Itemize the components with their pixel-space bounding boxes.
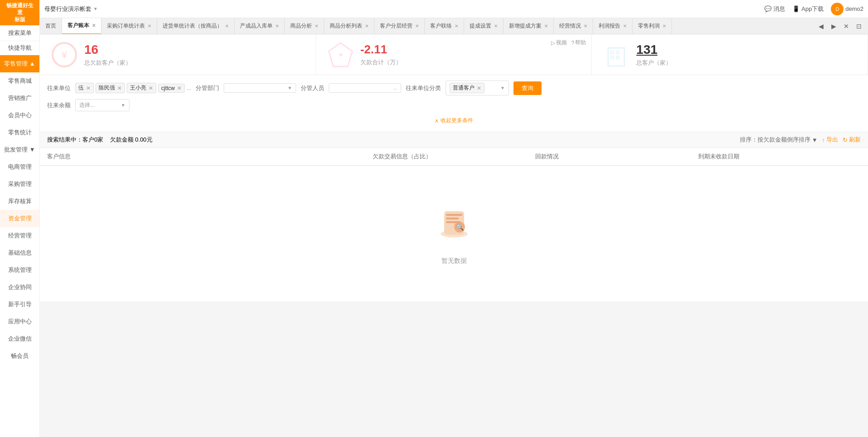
sidebar-item-retail-stats[interactable]: 零售统计 (0, 124, 39, 141)
svg-rect-12 (446, 218, 459, 219)
sidebar-item-retail[interactable]: 零售管理 ▲ (0, 55, 39, 72)
nav-tabs-expand-btn[interactable]: ⊡ (854, 21, 864, 32)
app-label: App下载 (801, 5, 824, 13)
tab-commission-new[interactable]: 新增提成方案 ✕ (504, 18, 554, 34)
filter-unit-class-select[interactable]: 普通客户 ✕ ▼ (446, 81, 509, 95)
stat-text-debtors: 16 总欠款客户（家） (84, 42, 131, 67)
app-logo: 畅捷通好生意 标版 (0, 0, 39, 25)
filter-tag-cjttcw-close[interactable]: ✕ (177, 85, 182, 91)
sidebar-item-operation[interactable]: 经营管理 (0, 227, 39, 244)
tab-purchase-stats[interactable]: 进货单统计表（按商品） ✕ (157, 18, 235, 34)
help-btn[interactable]: ? 帮助 (571, 39, 586, 47)
logo-text: 畅捷通好生意 标版 (4, 2, 36, 24)
sidebar-item-finance[interactable]: 资金管理 (0, 210, 39, 227)
sort-button[interactable]: 排序：按欠款金额倒序排序 ▼ (740, 136, 818, 144)
filter-tag-wang-close[interactable]: ✕ (149, 85, 153, 91)
filter-balance-text: 选择... (79, 101, 121, 109)
tab-close-icon[interactable]: ✕ (275, 24, 279, 28)
tab-product-analysis-list[interactable]: 商品分析列表 ✕ (324, 18, 374, 34)
tab-commission-set[interactable]: 提成设置 ✕ (464, 18, 504, 34)
tab-close-icon[interactable]: ✕ (455, 24, 458, 28)
selector-label: 母婴行业演示帐套 (44, 5, 91, 13)
filter-dept-select[interactable]: ▼ (224, 83, 296, 93)
filter-tag-wu: 伍 ✕ (75, 83, 94, 93)
filter-balance-label: 往来余额 (47, 101, 71, 109)
sidebar-item-quick-nav[interactable]: 快捷导航 (0, 41, 39, 55)
filter-tag-wu-close[interactable]: ✕ (86, 85, 91, 91)
tab-close-icon[interactable]: ✕ (662, 24, 666, 28)
filter-area: 往来单位 伍 ✕ 陈民强 ✕ 王小亮 ✕ cjttcw (40, 75, 868, 132)
stat-label-total: 总客户（家） (636, 59, 671, 67)
user-name: demo2 (845, 5, 863, 12)
sidebar-item-marketing[interactable]: 营销推广 (0, 90, 39, 107)
main-area: 母婴行业演示帐套 ▼ 💬 消息 📱 App下载 D demo2 首页 客户账本 (40, 0, 868, 437)
table-col-customer: 客户信息 (47, 152, 373, 161)
refresh-button[interactable]: ↻ 刷新 (843, 136, 861, 144)
tab-operation[interactable]: 经营情况 ✕ (554, 18, 593, 34)
tab-close-icon[interactable]: ✕ (494, 24, 498, 28)
sidebar-item-guide[interactable]: 新手引导 (0, 296, 39, 313)
tab-profit-report[interactable]: 利润报告 ✕ (593, 18, 633, 34)
sidebar-item-basic-info[interactable]: 基础信息 (0, 244, 39, 261)
tab-product-inbound[interactable]: 产成品入库单 ✕ (235, 18, 285, 34)
tab-customer-contact[interactable]: 客户联络 ✕ (425, 18, 464, 34)
filter-more-tag[interactable]: ... (187, 85, 191, 91)
video-btn[interactable]: ▷ 视频 (551, 39, 567, 47)
nav-tabs-next-btn[interactable]: ▶ (828, 21, 839, 32)
filter-tag-chen-close[interactable]: ✕ (117, 85, 122, 91)
tab-close-icon[interactable]: ✕ (365, 24, 369, 28)
tab-commission-set-label: 提成设置 (470, 22, 491, 30)
user-menu[interactable]: D demo2 (831, 3, 863, 15)
tab-customer-ledger[interactable]: 客户账本 ✕ (62, 18, 101, 34)
svg-rect-6 (616, 51, 619, 54)
sidebar-item-wholesale[interactable]: 批发管理 ▼ (0, 141, 39, 158)
topbar-selector[interactable]: 母婴行业演示帐套 ▼ (44, 5, 98, 13)
empty-text: 暂无数据 (441, 257, 467, 265)
stat-total-debtors: ¥ 16 总欠款客户（家） (40, 34, 316, 75)
tab-customer-ledger-label: 客户账本 (67, 22, 89, 29)
sidebar-item-system[interactable]: 系统管理 (0, 261, 39, 279)
tab-product-inbound-label: 产成品入库单 (240, 22, 273, 30)
sidebar-item-member[interactable]: 会员中心 (0, 107, 39, 124)
filter-tag-wang-text: 王小亮 (130, 84, 146, 92)
sidebar-item-purchase[interactable]: 采购管理 (0, 176, 39, 193)
sidebar-item-corp-collab[interactable]: 企业协同 (0, 279, 39, 296)
filter-balance-select[interactable]: 选择... ▼ (75, 99, 129, 111)
tab-close-icon[interactable]: ✕ (148, 24, 151, 28)
tab-close-icon[interactable]: ✕ (225, 24, 229, 28)
filter-person-select[interactable]: ... (329, 83, 401, 93)
query-button[interactable]: 查询 (513, 81, 542, 95)
tab-home[interactable]: 首页 (40, 18, 62, 34)
tab-product-analysis[interactable]: 商品分析 ✕ (285, 18, 324, 34)
tab-close-icon[interactable]: ✕ (415, 24, 419, 28)
tab-purchase-order[interactable]: 采购订单统计表 ✕ (101, 18, 157, 34)
tab-close-icon[interactable]: ✕ (544, 24, 548, 28)
tab-close-icon[interactable]: ✕ (584, 24, 587, 28)
sidebar-item-retail-mall[interactable]: 零售商城 (0, 72, 39, 90)
sidebar-item-app-center[interactable]: 应用中心 (0, 313, 39, 330)
filter-collapse-btn[interactable]: ∧ 收起更多条件 (47, 115, 861, 126)
tab-close-icon[interactable]: ✕ (315, 24, 318, 28)
sidebar-item-ecommerce[interactable]: 电商管理 (0, 158, 39, 176)
export-button[interactable]: ↑ 导出 (822, 136, 839, 144)
tab-customer-layer[interactable]: 客户分层经营 ✕ (374, 18, 425, 34)
filter-tag-cjttcw: cjttcw ✕ (158, 84, 185, 93)
tab-close-icon[interactable]: ✕ (92, 23, 96, 28)
filter-dept-label: 分管部门 (196, 84, 219, 92)
tab-close-icon[interactable]: ✕ (623, 24, 627, 28)
search-result-actions: 排序：按欠款金额倒序排序 ▼ ↑ 导出 ↻ 刷新 (740, 136, 861, 144)
message-btn[interactable]: 💬 消息 (764, 5, 785, 13)
message-label: 消息 (773, 5, 785, 13)
nav-tabs-close-all-btn[interactable]: ✕ (841, 21, 852, 32)
content-area: ¥ 16 总欠款客户（家） ✦ -2.11 欠款合计 (40, 34, 868, 437)
filter-tag-ordinary-close[interactable]: ✕ (477, 85, 481, 91)
sidebar-item-changhui[interactable]: 畅会员 (0, 347, 39, 365)
nav-tabs-prev-btn[interactable]: ◀ (815, 21, 826, 32)
sidebar-item-wework[interactable]: 企业微信 (0, 330, 39, 347)
sidebar-item-search[interactable]: 搜索菜单 (0, 25, 39, 41)
sidebar-item-inventory[interactable]: 库存核算 (0, 193, 39, 210)
app-download-btn[interactable]: 📱 App下载 (792, 5, 824, 13)
tab-retail-profit[interactable]: 零售利润 ✕ (633, 18, 672, 34)
svg-rect-7 (611, 56, 614, 59)
filter-row-1: 往来单位 伍 ✕ 陈民强 ✕ 王小亮 ✕ cjttcw (47, 81, 861, 95)
